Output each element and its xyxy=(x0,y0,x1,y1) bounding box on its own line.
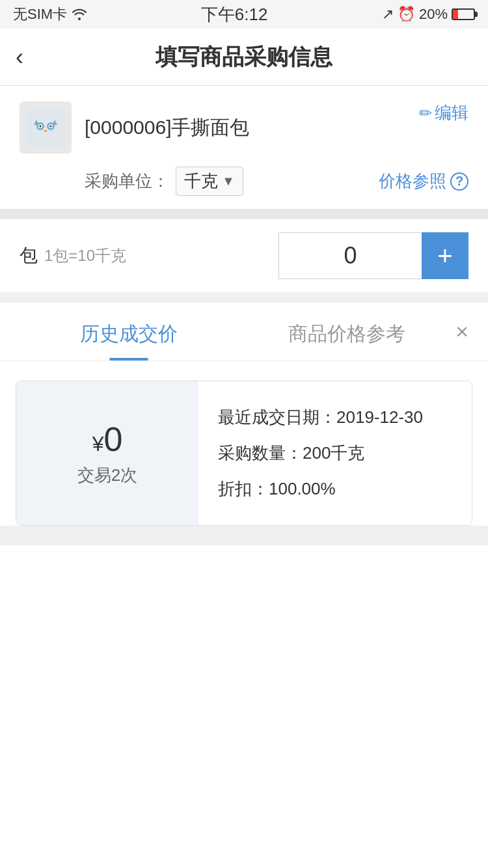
quantity-input-row: 0 + xyxy=(278,232,468,279)
tab-history-price[interactable]: 历史成交价 xyxy=(20,303,237,360)
tabs-header: 历史成交价 商品价格参考 × xyxy=(0,303,488,361)
back-button[interactable]: ‹ xyxy=(16,44,23,71)
discount-row: 折扣：100.00% xyxy=(218,476,452,502)
svg-point-6 xyxy=(50,126,52,128)
quantity-plus-button[interactable]: + xyxy=(422,232,468,279)
unit-dropdown-arrow: ▼ xyxy=(222,174,235,189)
product-section: [0000006]手撕面包 ✏ 编辑 采购单位： 千克 ▼ 价格参照 ? xyxy=(0,86,488,209)
quantity-section: 包 1包=10千克 0 + xyxy=(0,219,488,292)
svg-rect-0 xyxy=(26,108,65,147)
battery-percent: 20% xyxy=(419,6,448,23)
wifi-icon xyxy=(72,8,87,20)
tabs-section: 历史成交价 商品价格参考 × ¥0 交易2次 最近成交日期：2019-12-30… xyxy=(0,303,488,526)
nav-bar: ‹ 填写商品采购信息 xyxy=(0,29,488,86)
price-ref-icon: ? xyxy=(450,172,468,191)
quantity-unit-info: 包 1包=10千克 xyxy=(20,243,126,268)
edit-label: 编辑 xyxy=(435,102,468,124)
location-icon: ↗ xyxy=(382,6,394,23)
quantity-value: 0 xyxy=(344,242,357,269)
edit-link[interactable]: ✏ 编辑 xyxy=(419,102,468,124)
product-logo-icon xyxy=(26,108,65,147)
quantity-unit-badge: 包 xyxy=(20,243,38,268)
unit-label: 采购单位： xyxy=(85,170,169,193)
carrier-text: 无SIM卡 xyxy=(13,5,67,24)
transaction-price: ¥0 xyxy=(92,420,123,459)
recent-date-value: 2019-12-30 xyxy=(336,407,423,427)
status-carrier: 无SIM卡 xyxy=(13,5,87,24)
battery-icon xyxy=(452,8,475,20)
price-value: 0 xyxy=(103,420,122,458)
transaction-times: 交易2次 xyxy=(77,464,137,487)
tab-history-price-label: 历史成交价 xyxy=(80,323,178,344)
quantity-conversion: 1包=10千克 xyxy=(44,245,126,266)
transaction-card: ¥0 交易2次 最近成交日期：2019-12-30 采购数量：200千克 折扣：… xyxy=(16,381,472,526)
price-ref-link[interactable]: 价格参照 ? xyxy=(379,170,468,193)
bottom-area xyxy=(0,545,488,868)
svg-point-5 xyxy=(40,126,42,128)
transaction-detail-column: 最近成交日期：2019-12-30 采购数量：200千克 折扣：100.00% xyxy=(198,381,472,525)
section-divider xyxy=(0,209,488,219)
purchase-quantity-label: 采购数量： xyxy=(218,443,303,463)
recent-date-row: 最近成交日期：2019-12-30 xyxy=(218,405,452,430)
discount-value: 100.00% xyxy=(269,479,336,498)
product-header: [0000006]手撕面包 ✏ 编辑 xyxy=(20,102,468,154)
product-left: [0000006]手撕面包 xyxy=(20,102,249,154)
status-time: 下午6:12 xyxy=(201,3,268,26)
currency-symbol: ¥ xyxy=(92,432,104,455)
status-bar: 无SIM卡 下午6:12 ↗ ⏰ 20% xyxy=(0,0,488,29)
discount-label: 折扣： xyxy=(218,479,269,498)
quantity-input[interactable]: 0 xyxy=(278,232,422,279)
unit-select[interactable]: 千克 ▼ xyxy=(176,167,243,196)
page-title: 填写商品采购信息 xyxy=(156,42,332,72)
unit-value: 千克 xyxy=(184,170,218,193)
alarm-icon: ⏰ xyxy=(398,6,415,23)
status-indicators: ↗ ⏰ 20% xyxy=(382,6,475,23)
tab-close-button[interactable]: × xyxy=(455,306,468,357)
product-thumbnail xyxy=(20,102,72,154)
edit-icon: ✏ xyxy=(419,104,432,122)
price-ref-label: 价格参照 xyxy=(379,170,446,193)
tab-product-price-ref-label: 商品价格参考 xyxy=(288,323,405,344)
purchase-quantity-row: 采购数量：200千克 xyxy=(218,441,452,466)
product-unit-row: 采购单位： 千克 ▼ 价格参照 ? xyxy=(20,167,468,196)
tab-product-price-ref[interactable]: 商品价格参考 xyxy=(237,303,455,360)
recent-date-label: 最近成交日期： xyxy=(218,407,336,427)
product-name: [0000006]手撕面包 xyxy=(85,115,249,141)
transaction-price-column: ¥0 交易2次 xyxy=(16,381,198,525)
purchase-quantity-value: 200千克 xyxy=(303,443,364,463)
